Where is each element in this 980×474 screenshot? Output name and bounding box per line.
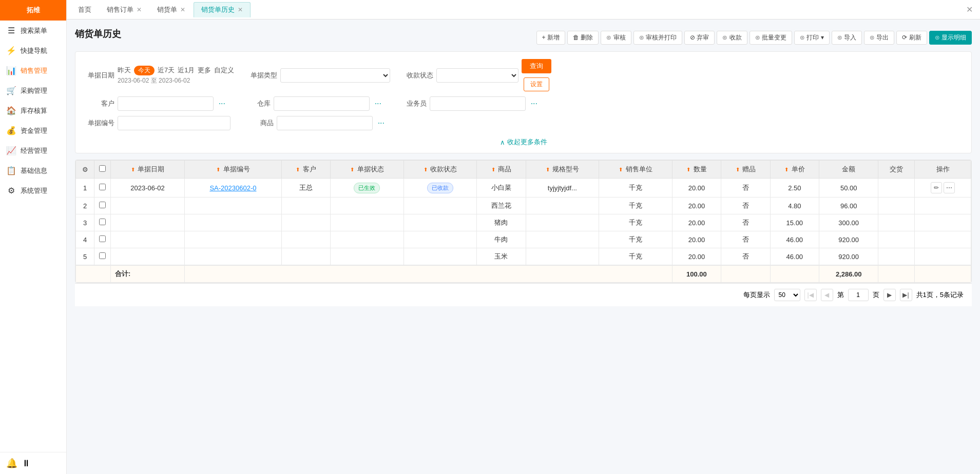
sidebar-item-sys-mgmt[interactable]: ⚙ 系统管理 — [0, 181, 66, 201]
col-checkbox[interactable] — [94, 161, 111, 179]
salesperson-input[interactable] — [430, 96, 526, 111]
goods-picker-icon[interactable]: ··· — [376, 118, 387, 128]
sidebar-item-purchase-mgmt[interactable]: 🛒 采购管理 — [0, 81, 66, 101]
page-number-input[interactable] — [848, 289, 869, 301]
cell-checkbox[interactable] — [94, 231, 111, 248]
doc-status-sort-icon: ⬆ — [350, 167, 354, 172]
pause-icon[interactable]: ⏸ — [22, 458, 31, 469]
tab-close-sales-goods[interactable]: ✕ — [180, 6, 185, 13]
more-action-btn[interactable]: ⋯ — [944, 182, 955, 193]
cell-unit: 千克 — [599, 198, 672, 214]
add-button[interactable]: + 新增 — [536, 31, 565, 45]
delete-button[interactable]: 🗑 删除 — [567, 31, 599, 45]
next-page-button[interactable]: ▶ — [883, 289, 896, 301]
filter-panel: 单据日期 昨天 今天 近7天 近1月 更多 自定义 2023-06-02 至 2… — [75, 51, 972, 153]
collapse-button[interactable]: ∧ 收起更多条件 — [84, 135, 963, 149]
tab-sales-order[interactable]: 销售订单 ✕ — [100, 2, 149, 17]
audit-button[interactable]: ⊙ 审核 — [601, 31, 631, 45]
col-pay-status[interactable]: ⬆ 收款状态 — [403, 161, 477, 179]
date-today[interactable]: 今天 — [134, 66, 155, 75]
first-page-button[interactable]: |◀ — [804, 289, 817, 301]
row-checkbox[interactable] — [99, 219, 106, 225]
date-custom[interactable]: 自定义 — [214, 66, 234, 75]
cell-price: 4.80 — [770, 198, 819, 214]
summary-row: 合计: 100.00 2,286.00 — [76, 265, 971, 283]
import-button[interactable]: ⊙ 导入 — [832, 31, 862, 45]
sidebar-item-base-info[interactable]: 📋 基础信息 — [0, 161, 66, 181]
tab-home[interactable]: 首页 — [71, 2, 99, 17]
sidebar-item-operations[interactable]: 📈 经营管理 — [0, 141, 66, 161]
col-qty[interactable]: ⬆ 数量 — [672, 161, 721, 179]
col-customer[interactable]: ⬆ 客户 — [281, 161, 330, 179]
collect-button[interactable]: ⊙ 收款 — [717, 31, 747, 45]
col-amount: 金额 — [819, 161, 878, 179]
date-label: 单据日期 — [84, 71, 114, 80]
col-unit[interactable]: ⬆ 销售单位 — [599, 161, 672, 179]
cell-checkbox[interactable] — [94, 214, 111, 231]
sidebar-item-sales-mgmt[interactable]: 📊 销售管理 — [0, 61, 66, 81]
pay-status-badge: 已收款 — [427, 183, 453, 193]
sidebar-item-inventory[interactable]: 🏠 库存核算 — [0, 101, 66, 121]
setting-button[interactable]: 设置 — [524, 77, 549, 91]
date-sort-icon: ⬆ — [131, 167, 135, 172]
salesperson-picker-icon[interactable]: ··· — [529, 99, 540, 108]
row-checkbox[interactable] — [99, 184, 106, 190]
cell-checkbox[interactable] — [94, 198, 111, 214]
sidebar-item-label: 搜索菜单 — [21, 26, 47, 35]
cell-qty: 20.00 — [672, 179, 721, 198]
per-page-select[interactable]: 50 100 200 — [774, 289, 800, 301]
refresh-button[interactable]: ⟳ 刷新 — [896, 31, 927, 45]
col-date[interactable]: ⬆ 单据日期 — [111, 161, 185, 179]
row-checkbox[interactable] — [99, 202, 106, 208]
pay-status-select[interactable] — [436, 68, 518, 83]
discard-button[interactable]: ⊘ 弃审 — [684, 31, 715, 45]
audit-print-button[interactable]: ⊙ 审核并打印 — [633, 31, 682, 45]
customer-input[interactable] — [118, 96, 214, 111]
col-docno[interactable]: ⬆ 单据编号 — [185, 161, 282, 179]
row-checkbox[interactable] — [99, 252, 106, 259]
export-button[interactable]: ⊙ 导出 — [864, 31, 894, 45]
col-price[interactable]: ⬆ 单价 — [770, 161, 819, 179]
show-detail-button[interactable]: ⊙ 显示明细 — [929, 31, 972, 45]
col-settings[interactable]: ⚙ — [76, 161, 94, 179]
spec-sort-icon: ⬆ — [546, 167, 550, 172]
edit-action-btn[interactable]: ✏ — [931, 182, 942, 193]
query-button[interactable]: 查询 — [522, 59, 551, 73]
date-7days[interactable]: 近7天 — [158, 66, 175, 75]
docno-link[interactable]: SA-20230602-0 — [209, 184, 256, 192]
tab-close-sales-order[interactable]: ✕ — [137, 6, 142, 13]
date-more[interactable]: 更多 — [198, 66, 211, 75]
col-goods[interactable]: ⬆ 商品 — [477, 161, 526, 179]
date-1month[interactable]: 近1月 — [178, 66, 195, 75]
last-page-button[interactable]: ▶| — [900, 289, 912, 301]
customer-picker-icon[interactable]: ··· — [217, 99, 227, 108]
batch-change-button[interactable]: ⊙ 批量变更 — [750, 31, 792, 45]
sidebar-item-finance[interactable]: 💰 资金管理 — [0, 121, 66, 141]
tab-close-sales-history[interactable]: ✕ — [238, 6, 243, 13]
tab-sales-history[interactable]: 销货单历史 ✕ — [194, 2, 251, 17]
warehouse-picker-icon[interactable]: ··· — [373, 99, 383, 108]
cell-doc-status — [331, 214, 404, 231]
select-all-checkbox[interactable] — [99, 165, 106, 172]
tab-sales-goods[interactable]: 销货单 ✕ — [150, 2, 193, 17]
col-spec[interactable]: ⬆ 规格型号 — [526, 161, 599, 179]
col-doc-status[interactable]: ⬆ 单据状态 — [331, 161, 404, 179]
col-gift[interactable]: ⬆ 赠品 — [721, 161, 770, 179]
date-yesterday[interactable]: 昨天 — [118, 66, 131, 75]
sidebar-item-quick-nav[interactable]: ⚡ 快捷导航 — [0, 41, 66, 61]
warehouse-input[interactable] — [274, 96, 370, 111]
sidebar-item-search-menu[interactable]: ☰ 搜索菜单 — [0, 21, 66, 41]
print-button[interactable]: ⊙ 打印 ▾ — [794, 31, 830, 45]
cell-checkbox[interactable] — [94, 179, 111, 198]
docno-input[interactable] — [118, 116, 230, 130]
goods-input[interactable] — [277, 116, 373, 130]
doc-type-select[interactable] — [280, 68, 390, 83]
prev-page-button[interactable]: ◀ — [821, 289, 833, 301]
filter-warehouse-field: 仓库 ··· — [240, 96, 383, 111]
cell-checkbox[interactable] — [94, 248, 111, 266]
notification-icon[interactable]: 🔔 — [6, 458, 17, 469]
cell-index: 3 — [76, 214, 94, 231]
cell-unit: 千克 — [599, 248, 672, 266]
row-checkbox[interactable] — [99, 235, 106, 242]
tab-bar-close-icon[interactable]: ✕ — [963, 5, 976, 14]
